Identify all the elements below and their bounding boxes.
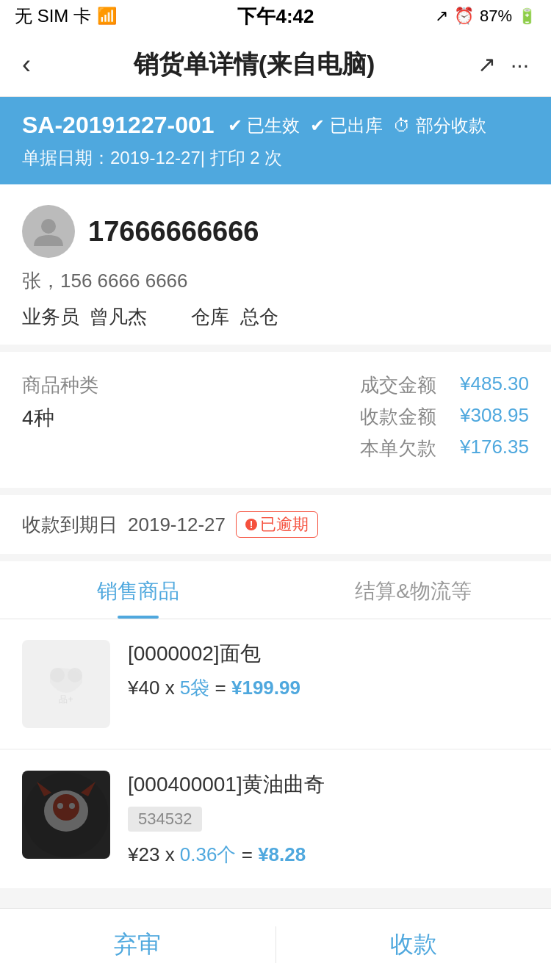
svg-point-0 [41,219,56,234]
svg-point-6 [53,794,79,821]
nav-icons: ↗ ··· [478,51,529,77]
customer-meta: 业务员 曾凡杰 仓库 总仓 [22,304,529,330]
wifi-icon: 📶 [97,7,117,26]
received-row: 收款金额 ¥308.95 [360,404,529,430]
tab-settlement[interactable]: 结算&物流等 [276,561,551,619]
avatar [22,205,75,258]
status-bar: 无 SIM 卡 📶 下午4:42 ↗ ⏰ 87% 🔋 [0,0,551,32]
battery-icon: 🔋 [518,7,536,25]
debt-value: ¥176.35 [448,436,529,461]
order-banner: SA-20191227-001 ✔ 已生效 ✔ 已出库 ⏱ 部分收款 单据日期：… [0,97,551,184]
debt-label: 本单欠款 [360,436,436,461]
share-icon[interactable]: ↗ [478,51,496,77]
overdue-badge: ! 已逾期 [236,511,318,538]
stats-right: 成交金额 ¥485.30 收款金额 ¥308.95 本单欠款 ¥176.35 [360,372,529,467]
status-badge-effected: ✔ 已生效 [228,114,300,137]
unit-price: ¥40 [128,677,159,699]
product-info: [0000002]面包 ¥40 x 5袋 = ¥199.99 [128,640,529,701]
product-thumbnail: 品+ [22,640,110,728]
overdue-icon: ! [245,519,257,530]
svg-point-8 [69,803,75,809]
order-banner-date-row: 单据日期：2019-12-27| 打印 2 次 [22,146,529,170]
svg-point-7 [57,803,63,809]
overdue-text: 已逾期 [260,514,309,536]
salesperson-field: 业务员 曾凡杰 [22,304,147,330]
total-price: ¥199.99 [231,677,300,699]
product-id: [0000002] [128,642,220,665]
warehouse-value: 总仓 [240,306,278,328]
product-info: [000400001]黄油曲奇 534532 ¥23 x 0.36个 = ¥8.… [128,771,529,868]
print-info: | 打印 2 次 [201,148,283,167]
page-title: 销货单详情(来自电脑) [134,48,375,82]
quantity: 0.36个 [180,843,237,865]
product-item: [000400001]黄油曲奇 534532 ¥23 x 0.36个 = ¥8.… [0,750,551,888]
more-icon[interactable]: ··· [511,52,529,77]
battery-label: 87% [480,7,512,26]
tab-sales-products[interactable]: 销售商品 [0,561,276,619]
debt-row: 本单欠款 ¥176.35 [360,436,529,461]
bottom-bar: 弃审 收款 [0,908,551,980]
product-title: 面包 [220,642,261,665]
status-time: 下午4:42 [237,4,314,29]
status-right: ↗ ⏰ 87% 🔋 [435,7,536,26]
stats-card: 商品种类 4种 成交金额 ¥485.30 收款金额 ¥308.95 本单欠款 ¥… [0,352,551,488]
product-item: 品+ [0000002]面包 ¥40 x 5袋 = ¥199.99 [0,619,551,749]
order-date: 2019-12-27 [110,148,201,167]
customer-top: 17666666666 [22,205,529,258]
order-id: SA-20191227-001 [22,112,215,139]
collect-payment-button[interactable]: 收款 [276,914,552,976]
category-label: 商品种类 [22,372,98,398]
category-value: 4种 [22,404,98,432]
unit-price: ¥23 [128,843,159,865]
total-price: ¥8.28 [258,843,306,865]
warehouse-field: 仓库 总仓 [191,304,278,330]
product-id: [000400001] [128,773,242,796]
product-thumbnail [22,771,110,859]
status-left: 无 SIM 卡 📶 [15,4,117,28]
stats-left: 商品种类 4种 [22,372,98,432]
date-label: 单据日期： [22,148,110,167]
customer-info: 张，156 6666 6666 [22,268,529,294]
salesperson-label: 业务员 [22,306,79,328]
product-price: ¥23 x 0.36个 = ¥8.28 [128,842,529,868]
status-badge-partial: ⏱ 部分收款 [393,114,486,137]
due-date-row: 收款到期日 2019-12-27 ! 已逾期 [0,495,551,554]
svg-text:品+: 品+ [59,694,73,705]
customer-name: 17666666666 [88,216,259,248]
tabs: 销售商品 结算&物流等 [0,561,551,619]
quantity: 5袋 [180,677,209,699]
product-title: 黄油曲奇 [242,773,325,796]
salesperson-value: 曾凡杰 [90,306,147,328]
product-price: ¥40 x 5袋 = ¥199.99 [128,675,529,701]
location-icon: ↗ [435,7,448,26]
carrier-label: 无 SIM 卡 [15,4,91,28]
received-value: ¥308.95 [448,404,529,430]
order-status-badges: ✔ 已生效 ✔ 已出库 ⏱ 部分收款 [228,114,486,137]
nav-bar: ‹ 销货单详情(来自电脑) ↗ ··· [0,32,551,97]
alarm-icon: ⏰ [454,7,474,26]
cancel-audit-button[interactable]: 弃审 [0,914,276,976]
due-date-value: 2019-12-27 [128,514,226,536]
customer-card: 17666666666 张，156 6666 6666 业务员 曾凡杰 仓库 总… [0,184,551,345]
received-label: 收款金额 [360,404,436,430]
product-name: [0000002]面包 [128,640,529,668]
warehouse-label: 仓库 [191,306,229,328]
order-banner-row1: SA-20191227-001 ✔ 已生效 ✔ 已出库 ⏱ 部分收款 [22,112,529,139]
amount-value: ¥485.30 [448,372,529,398]
due-date-label: 收款到期日 [22,512,118,538]
status-badge-shipped: ✔ 已出库 [310,114,383,137]
back-button[interactable]: ‹ [22,49,31,80]
amount-label: 成交金额 [360,372,436,398]
amount-row: 成交金额 ¥485.30 [360,372,529,398]
product-tag: 534532 [128,807,202,832]
product-name: [000400001]黄油曲奇 [128,771,529,799]
